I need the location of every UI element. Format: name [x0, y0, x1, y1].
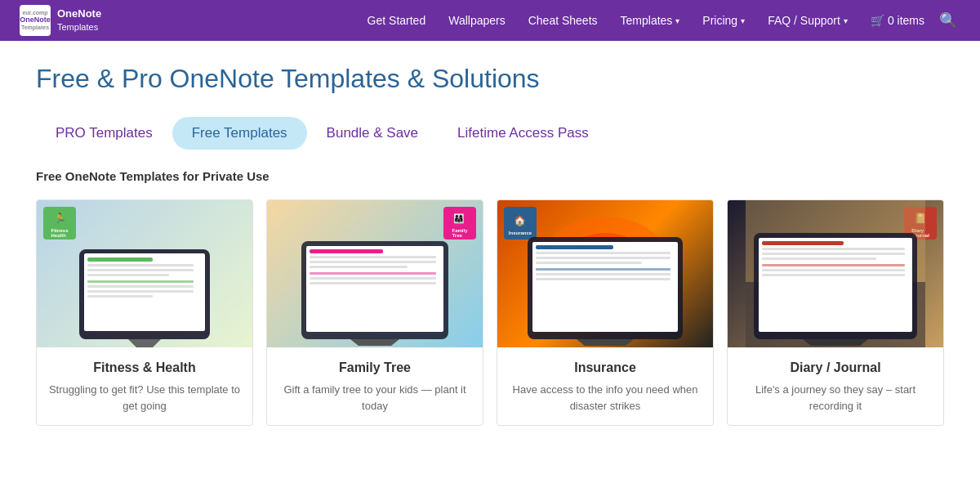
svg-rect-8	[87, 280, 194, 283]
card-desc-diary: Life's a journey so they say – start rec…	[737, 382, 933, 414]
svg-rect-37	[536, 278, 670, 280]
svg-rect-35	[536, 268, 670, 271]
nav-wallpapers[interactable]: Wallpapers	[437, 14, 517, 27]
tab-bar: PRO Templates Free Templates Bundle & Sa…	[36, 117, 944, 150]
svg-rect-51	[762, 274, 905, 276]
card-desc-family: Gift a family tree to your kids — plant …	[277, 382, 473, 414]
card-title-family: Family Tree	[277, 360, 473, 375]
svg-rect-30	[532, 242, 678, 332]
main-nav: eur.comp OneNote Templates OneNoteTempla…	[0, 0, 980, 41]
svg-rect-46	[762, 248, 905, 250]
nav-pricing[interactable]: Pricing ▾	[691, 14, 756, 27]
card-desc-insurance: Have access to the info you need when di…	[507, 382, 703, 414]
nav-cheat-sheets[interactable]: Cheat Sheets	[517, 14, 609, 27]
template-grid: 🏃 FitnessHealth	[36, 199, 944, 426]
template-card-insurance[interactable]: 🏠 Insurance	[497, 199, 714, 426]
svg-rect-36	[536, 273, 670, 275]
svg-rect-17	[310, 249, 383, 253]
tab-free-templates[interactable]: Free Templates	[172, 117, 307, 150]
pricing-chevron: ▾	[741, 16, 745, 25]
svg-rect-44	[759, 238, 912, 332]
logo-box: eur.comp OneNote Templates	[20, 5, 51, 36]
card-image-diary: 📔 DiaryJournal	[728, 200, 943, 347]
svg-rect-20	[310, 266, 408, 268]
tab-lifetime-access[interactable]: Lifetime Access Pass	[438, 117, 608, 150]
card-image-insurance: 🏠 Insurance	[497, 200, 713, 347]
svg-rect-19	[310, 261, 436, 263]
cart-icon: 🛒	[871, 14, 884, 27]
card-image-fitness: 🏃 FitnessHealth	[37, 200, 252, 347]
svg-rect-11	[87, 295, 153, 298]
card-body-diary: Diary / Journal Life's a journey so they…	[728, 347, 943, 425]
svg-rect-45	[762, 241, 844, 245]
logo-text: OneNoteTemplates	[57, 7, 101, 33]
templates-chevron: ▾	[675, 16, 679, 25]
cart-count: 0 items	[888, 14, 924, 27]
card-body-insurance: Insurance Have access to the info you ne…	[497, 347, 713, 425]
svg-rect-21	[310, 272, 436, 275]
card-body-fitness: Fitness & Health Struggling to get fit? …	[37, 347, 252, 425]
svg-rect-22	[310, 277, 436, 280]
svg-rect-4	[87, 257, 153, 262]
cart-button[interactable]: 🛒 0 items	[859, 14, 936, 27]
svg-rect-48	[762, 257, 876, 260]
site-logo[interactable]: eur.comp OneNote Templates OneNoteTempla…	[20, 5, 101, 36]
template-card-fitness[interactable]: 🏃 FitnessHealth	[36, 199, 253, 426]
svg-rect-10	[87, 290, 194, 293]
svg-rect-5	[87, 264, 194, 266]
svg-rect-6	[87, 269, 194, 271]
nav-faq[interactable]: FAQ / Support ▾	[756, 14, 859, 27]
nav-templates[interactable]: Templates ▾	[609, 14, 692, 27]
page-content: Free & Pro OneNote Templates & Solutions…	[16, 41, 964, 426]
svg-rect-50	[762, 269, 905, 271]
nav-get-started[interactable]: Get Started	[356, 14, 438, 27]
card-title-diary: Diary / Journal	[737, 360, 933, 375]
card-title-insurance: Insurance	[507, 360, 703, 375]
card-title-fitness: Fitness & Health	[47, 360, 243, 375]
card-desc-fitness: Struggling to get fit? Use this template…	[47, 382, 243, 414]
svg-rect-18	[310, 256, 436, 258]
svg-rect-16	[306, 246, 443, 332]
svg-marker-24	[350, 339, 399, 346]
tab-pro-templates[interactable]: PRO Templates	[36, 117, 172, 150]
svg-marker-38	[577, 339, 634, 346]
svg-rect-9	[87, 285, 194, 288]
svg-rect-31	[536, 245, 613, 249]
svg-rect-32	[536, 252, 670, 254]
card-body-family: Family Tree Gift a family tree to your k…	[267, 347, 483, 425]
svg-rect-34	[536, 262, 642, 264]
nav-links: Get Started Wallpapers Cheat Sheets Temp…	[356, 14, 859, 27]
page-title: Free & Pro OneNote Templates & Solutions	[36, 64, 944, 94]
tab-bundle-save[interactable]: Bundle & Save	[307, 117, 438, 150]
template-card-diary[interactable]: 📔 DiaryJournal	[727, 199, 944, 426]
section-heading: Free OneNote Templates for Private Use	[36, 169, 944, 183]
svg-rect-49	[762, 264, 905, 266]
svg-rect-47	[762, 253, 905, 255]
svg-rect-23	[310, 282, 436, 284]
search-icon[interactable]: 🔍	[936, 11, 960, 29]
card-image-family: 👨‍👩‍👧 FamilyTree	[267, 200, 483, 347]
svg-marker-52	[803, 339, 868, 346]
svg-rect-7	[87, 274, 169, 276]
svg-rect-33	[536, 257, 670, 259]
template-card-family[interactable]: 👨‍👩‍👧 FamilyTree	[266, 199, 483, 426]
faq-chevron: ▾	[844, 16, 848, 25]
